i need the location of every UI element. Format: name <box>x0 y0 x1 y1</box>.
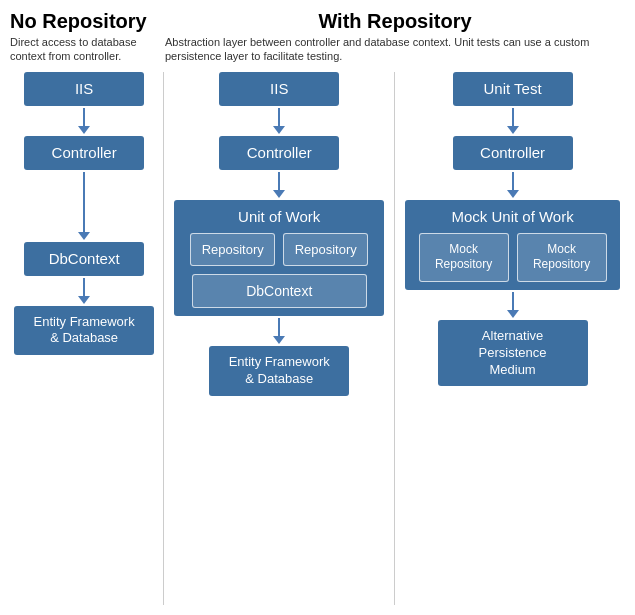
arrow-head <box>78 232 90 240</box>
arrow6 <box>273 318 285 344</box>
arrow9 <box>507 292 519 318</box>
arrow-line <box>278 318 280 336</box>
arrow-head <box>273 126 285 134</box>
with-repo-iis-box: IIS <box>219 72 339 106</box>
arrow4 <box>273 108 285 134</box>
muow-title: Mock Unit of Work <box>451 208 573 225</box>
arrow5 <box>273 172 285 198</box>
col-divider-2 <box>394 72 395 605</box>
muow-container: Mock Unit of Work MockRepository MockRep… <box>405 200 620 290</box>
no-repo-iis-box: IIS <box>24 72 144 106</box>
arrow-head <box>507 190 519 198</box>
col-divider-1 <box>163 72 164 605</box>
arrow-head <box>273 190 285 198</box>
uow-repos: Repository Repository <box>190 233 368 267</box>
with-repo-title: With Repository <box>165 10 625 33</box>
arrow-line <box>278 172 280 190</box>
arrow-head <box>273 336 285 344</box>
arrow-line <box>83 278 85 296</box>
with-repo-ef-box: Entity Framework& Database <box>209 346 349 396</box>
mock-repo-box-1: MockRepository <box>419 233 509 282</box>
header: No Repository Direct access to database … <box>10 10 625 64</box>
arrow-head <box>507 310 519 318</box>
arrow-head <box>507 126 519 134</box>
arrow-line <box>83 108 85 126</box>
arrow8 <box>507 172 519 198</box>
arrow-line <box>512 172 514 190</box>
with-repo-header: With Repository Abstraction layer betwee… <box>165 10 625 64</box>
alt-persistence-box: AlternativePersistenceMedium <box>438 320 588 387</box>
with-repo-controller-box: Controller <box>219 136 339 170</box>
muow-repos: MockRepository MockRepository <box>419 233 607 282</box>
no-repo-ef-box: Entity Framework& Database <box>14 306 154 356</box>
no-repo-desc: Direct access to database context from c… <box>10 35 165 64</box>
unit-test-controller-box: Controller <box>453 136 573 170</box>
mock-repo-box-2: MockRepository <box>517 233 607 282</box>
no-repo-header: No Repository Direct access to database … <box>10 10 165 64</box>
no-repo-dbcontext-box: DbContext <box>24 242 144 276</box>
no-repo-controller-box: Controller <box>24 136 144 170</box>
uow-title: Unit of Work <box>238 208 320 225</box>
arrow2 <box>78 172 90 240</box>
no-repo-title: No Repository <box>10 10 165 33</box>
uow-container: Unit of Work Repository Repository DbCon… <box>174 200 384 317</box>
with-repo-desc: Abstraction layer between controller and… <box>165 35 625 64</box>
col-with-repo: IIS Controller Unit of Work Repository R… <box>169 72 389 605</box>
main-content: IIS Controller DbContext Entity Framewor… <box>10 72 625 605</box>
arrow-line <box>512 108 514 126</box>
uow-dbcontext-box: DbContext <box>192 274 367 308</box>
arrow-head <box>78 126 90 134</box>
arrow-line <box>278 108 280 126</box>
arrow-line <box>512 292 514 310</box>
col-no-repo: IIS Controller DbContext Entity Framewor… <box>10 72 158 605</box>
arrow3 <box>78 278 90 304</box>
arrow-head <box>78 296 90 304</box>
page: No Repository Direct access to database … <box>0 0 635 615</box>
col-unit-test: Unit Test Controller Mock Unit of Work M… <box>400 72 625 605</box>
arrow7 <box>507 108 519 134</box>
arrow1 <box>78 108 90 134</box>
repo-box-2: Repository <box>283 233 368 267</box>
repo-box-1: Repository <box>190 233 275 267</box>
unit-test-box: Unit Test <box>453 72 573 106</box>
arrow-line <box>83 172 85 232</box>
